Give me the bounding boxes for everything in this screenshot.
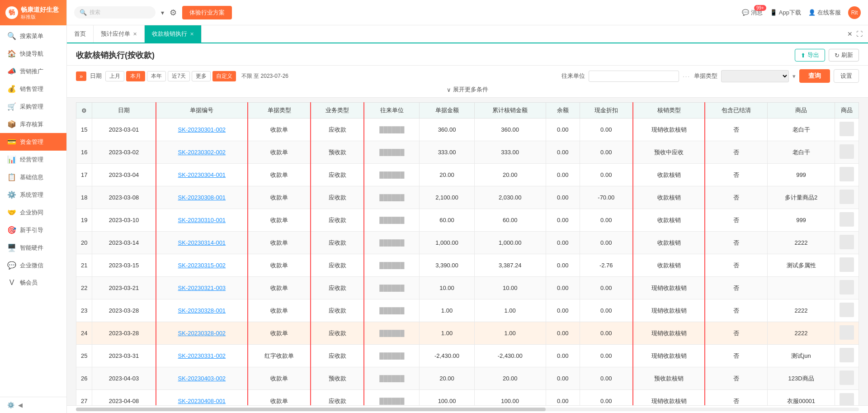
this-year-btn[interactable]: 本年 (147, 71, 166, 81)
cell-bill-type: 收款单 (248, 299, 311, 322)
more-date-btn[interactable]: 更多 (192, 71, 211, 81)
partner-input[interactable] (589, 71, 679, 82)
main-area: 🔍 搜索 ▾ ⚙ 体验行业方案 💬 消息 99+ 📱 App下载 👤 在线客服 … (67, 0, 868, 413)
cell-verified: 360.00 (474, 119, 546, 141)
bill-no-link[interactable]: SK-20230315-002 (178, 262, 226, 269)
this-month-btn[interactable]: 本月 (126, 71, 145, 81)
gear-icon[interactable]: ⚙ (170, 8, 177, 18)
bill-no-link[interactable]: SK-20230408-001 (178, 398, 226, 404)
sidebar-item-sales[interactable]: 💰销售管理 (0, 80, 66, 98)
bill-no-link[interactable]: SK-20230314-001 (178, 239, 226, 246)
cell-verified: 333.00 (474, 141, 546, 164)
service-button[interactable]: 👤 在线客服 (808, 9, 841, 17)
member-icon: V (7, 279, 16, 287)
table-row: 22 2023-03-21 SK-20230321-003 收款单 应收款 ██… (76, 277, 859, 299)
h-scrollbar-thumb[interactable] (76, 408, 546, 411)
last-7-days-btn[interactable]: 近7天 (168, 71, 190, 81)
bill-no-link[interactable]: SK-20230301-002 (178, 126, 226, 133)
cell-bill-no: SK-20230301-002 (156, 119, 248, 141)
dropdown-arrow[interactable]: ▾ (161, 9, 164, 16)
cell-no: 19 (76, 209, 92, 232)
bill-no-link[interactable]: SK-20230321-003 (178, 285, 226, 291)
topbar-search-box[interactable]: 🔍 搜索 (74, 6, 156, 19)
cell-amount: 10.00 (420, 277, 474, 299)
sidebar-item-inventory[interactable]: 📦库存核算 (0, 115, 66, 133)
sidebar-item-basic[interactable]: 📋基础信息 (0, 168, 66, 186)
cell-bill-no: SK-20230315-002 (156, 254, 248, 277)
tab-receipt[interactable]: 收款核销执行 ✕ (145, 25, 202, 43)
col-header-goods: 商品 (768, 103, 835, 119)
bill-no-link[interactable]: SK-20230302-002 (178, 149, 226, 156)
bill-no-link[interactable]: SK-20230308-001 (178, 194, 226, 201)
window-maximize-icon[interactable]: ⛶ (856, 30, 863, 38)
bill-no-link[interactable]: SK-20230331-002 (178, 352, 226, 359)
collapse-icon[interactable]: ◀ (18, 402, 23, 408)
sidebar-item-label-search: 搜索菜单 (20, 32, 43, 40)
cell-date: 2023-03-02 (92, 141, 156, 164)
cell-include-settled: 否 (705, 141, 767, 164)
col-header-gear[interactable]: ⚙ (76, 103, 92, 119)
expand-more-row[interactable]: ∨ 展开更多条件 (76, 85, 859, 94)
expand-more-label: 展开更多条件 (453, 85, 488, 94)
sidebar-item-wechat[interactable]: 💬企业微信 (0, 256, 66, 274)
topbar-right: 💬 消息 99+ 📱 App下载 👤 在线客服 Rit (742, 6, 861, 19)
sidebar-item-hardware[interactable]: 🖥️智能硬件 (0, 239, 66, 256)
query-button[interactable]: 查询 (799, 69, 830, 83)
bill-no-link[interactable]: SK-20230403-002 (178, 375, 226, 382)
select-chevron-icon[interactable]: ▾ (793, 73, 796, 80)
message-button[interactable]: 💬 消息 99+ (742, 9, 763, 17)
sidebar-item-search[interactable]: 🔍搜索菜单 (0, 27, 66, 45)
sidebar-item-label-guide: 新手引导 (20, 226, 43, 234)
cell-discount: 0.00 (580, 119, 632, 141)
sidebar-item-finance[interactable]: 💳资金管理 (0, 133, 66, 151)
bill-no-link[interactable]: SK-20230328-001 (178, 307, 226, 314)
bill-no-link[interactable]: SK-20230328-002 (178, 330, 226, 337)
cell-bill-type: 收款单 (248, 367, 311, 390)
filter-expand-button[interactable]: » (76, 71, 86, 81)
custom-date-btn[interactable]: 自定义 (212, 71, 236, 81)
app-label: App下载 (779, 9, 801, 17)
tab-advance-close[interactable]: ✕ (133, 31, 137, 37)
window-close-icon[interactable]: ✕ (847, 30, 853, 38)
col-header-date: 日期 (92, 103, 156, 119)
refresh-button[interactable]: ↻ 刷新 (829, 49, 859, 62)
sidebar-item-system[interactable]: ⚙️系统管理 (0, 186, 66, 204)
last-month-btn[interactable]: 上月 (105, 71, 124, 81)
cell-amount: 20.00 (420, 164, 474, 186)
settings-icon[interactable]: ⚙️ (7, 402, 14, 408)
h-scrollbar-wrap (67, 405, 868, 413)
sidebar-item-quick[interactable]: 🏠快捷导航 (0, 45, 66, 62)
tab-receipt-close[interactable]: ✕ (190, 31, 194, 37)
sidebar-item-enterprise[interactable]: 🤝企业协同 (0, 204, 66, 221)
cell-bill-no: SK-20230328-001 (156, 299, 248, 322)
bill-no-link[interactable]: SK-20230310-001 (178, 217, 226, 223)
cell-discount: 0.00 (580, 390, 632, 406)
cell-biz-type: 应收款 (311, 164, 364, 186)
user-avatar[interactable]: Rit (848, 6, 861, 19)
sidebar-item-purchase[interactable]: 🛒采购管理 (0, 98, 66, 115)
cell-balance: 0.00 (546, 209, 580, 232)
sidebar-item-member[interactable]: V畅会员 (0, 274, 66, 291)
h-scrollbar-track[interactable] (76, 408, 859, 411)
cell-verify-type: 现销收款核销 (633, 390, 705, 406)
cell-amount: 100.00 (420, 390, 474, 406)
cell-include-settled: 否 (705, 232, 767, 254)
industry-btn[interactable]: 体验行业方案 (182, 6, 232, 19)
cell-discount: 0.00 (580, 299, 632, 322)
filter-settings-button[interactable]: 设置 (834, 69, 859, 83)
tab-advance[interactable]: 预计应付单 ✕ (94, 25, 145, 43)
cell-verify-type: 收款核销 (633, 232, 705, 254)
sidebar-item-marketing[interactable]: 📣营销推广 (0, 62, 66, 80)
app-download-button[interactable]: 📱 App下载 (770, 9, 801, 17)
cell-balance: 0.00 (546, 367, 580, 390)
tab-home[interactable]: 首页 (67, 25, 94, 43)
sidebar-item-operation[interactable]: 📊经营管理 (0, 151, 66, 168)
export-button[interactable]: ⬆ 导出 (795, 49, 825, 62)
cell-verify-type: 收款核销 (633, 209, 705, 232)
partner-more-icon[interactable]: ··· (683, 73, 690, 80)
sidebar-item-guide[interactable]: 🎯新手引导 (0, 221, 66, 239)
sidebar-item-label-enterprise: 企业协同 (20, 209, 43, 217)
col-header-biz-type: 业务类型 (311, 103, 364, 119)
bill-type-select[interactable] (721, 70, 789, 82)
bill-no-link[interactable]: SK-20230304-001 (178, 171, 226, 178)
